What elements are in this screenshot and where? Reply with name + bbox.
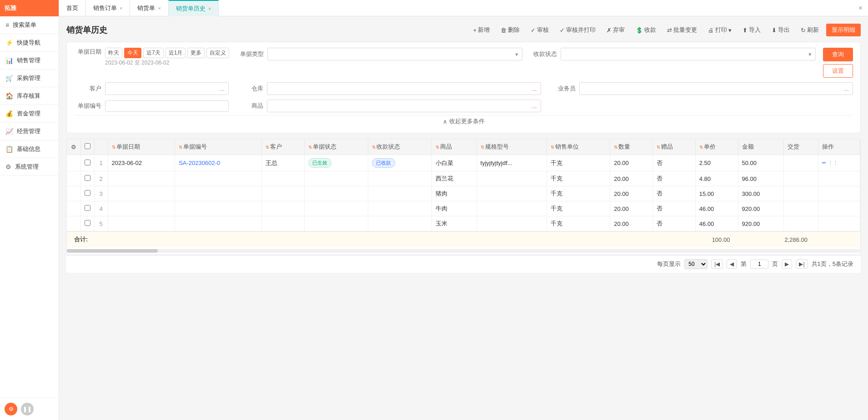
row-checkbox[interactable] — [85, 175, 90, 181]
prev-page-btn[interactable]: ◀ — [727, 260, 737, 269]
sidebar-item-finance-mgmt[interactable]: 💰 资金管理 — [0, 105, 59, 123]
next-page-btn[interactable]: ▶ — [782, 260, 792, 269]
first-page-btn[interactable]: |◀ — [711, 260, 723, 269]
purchase-mgmt-icon: 🛒 — [5, 75, 13, 82]
warehouse-dots-icon[interactable]: ... — [532, 85, 537, 92]
date-7days-btn[interactable]: 近7天 — [143, 48, 164, 58]
doc-type-select[interactable]: ▾ — [267, 48, 522, 60]
tab-close-sales-order[interactable]: × — [120, 5, 122, 11]
warehouse-input[interactable]: ... — [267, 82, 541, 95]
cell-rownum: 5 — [94, 216, 108, 231]
show-detail-button[interactable]: 显示明细 — [826, 24, 861, 36]
query-button[interactable]: 查询 — [823, 48, 853, 61]
brand-logo: 拓雅 — [5, 4, 16, 12]
sidebar-item-inventory-calc[interactable]: 🏠 库存核算 — [0, 87, 59, 105]
customer-input[interactable]: ... — [105, 82, 229, 95]
page-number-input[interactable] — [750, 260, 768, 269]
date-yesterday-btn[interactable]: 昨天 — [105, 48, 122, 58]
action-more-btn[interactable]: ⋮⋮ — [828, 160, 838, 166]
tab-bar-close-btn[interactable]: × — [853, 4, 868, 12]
column-paystatus-th[interactable]: ⇅收款状态 — [368, 139, 431, 155]
sidebar-item-purchase-mgmt[interactable]: 🛒 采购管理 — [0, 70, 59, 87]
date-custom-btn[interactable]: 自定义 — [206, 48, 229, 58]
column-checkbox-th[interactable] — [80, 139, 94, 155]
sidebar-collapse-btn[interactable]: ❚❚ — [21, 403, 34, 415]
column-goods-th[interactable]: ⇅商品 — [431, 139, 477, 155]
scrollbar-thumb[interactable] — [67, 249, 158, 253]
sidebar-item-sales-mgmt[interactable]: 📊 销售管理 — [0, 52, 59, 70]
doc-no-input[interactable] — [105, 100, 229, 112]
date-more-btn[interactable]: 更多 — [187, 48, 205, 58]
date-1month-btn[interactable]: 近1月 — [166, 48, 186, 58]
sidebar-item-ops-mgmt[interactable]: 📈 经营管理 — [0, 123, 59, 140]
export-button[interactable]: ⬇ 导出 — [768, 24, 793, 36]
column-spec-th[interactable]: ⇅规格型号 — [477, 139, 547, 155]
add-button[interactable]: + 新增 — [469, 24, 493, 36]
column-unit-th[interactable]: ⇅销售单位 — [547, 139, 610, 155]
cell-docno[interactable]: SA-20230602-0 — [175, 155, 262, 171]
refresh-button[interactable]: ↻ 刷新 — [797, 24, 823, 36]
salesperson-dots-icon[interactable]: ... — [843, 85, 849, 92]
cell-actions — [818, 186, 860, 201]
column-price-th[interactable]: ⇅单价 — [695, 139, 738, 155]
audit-print-button[interactable]: ✓ 审核并打印 — [556, 24, 599, 36]
row-checkbox[interactable] — [85, 190, 90, 196]
column-gift-th[interactable]: ⇅赠品 — [653, 139, 696, 155]
summary-row: 合计: 100.00 2,286.00 — [67, 231, 860, 247]
tab-home[interactable]: 首页 — [59, 0, 86, 16]
cell-checkbox[interactable] — [80, 171, 94, 186]
sidebar-item-search-menu[interactable]: ≡ 搜索菜单 — [0, 16, 59, 34]
cell-checkbox[interactable] — [80, 216, 94, 231]
column-date-th[interactable]: ⇅单据日期 — [108, 139, 175, 155]
collect-button[interactable]: 💲 收款 — [632, 24, 660, 36]
sidebar-settings-btn[interactable]: ⚙ — [5, 403, 17, 415]
action-edit-btn[interactable]: ✏ — [822, 160, 826, 166]
cell-rownum: 3 — [94, 186, 108, 201]
batch-change-button[interactable]: ⇄ 批量变更 — [663, 24, 701, 36]
delete-button[interactable]: 🗑 删除 — [497, 24, 523, 36]
goods-dots-icon[interactable]: ... — [532, 102, 537, 110]
row-checkbox[interactable] — [85, 220, 90, 226]
print-button[interactable]: 🖨 打印 ▾ — [704, 24, 735, 36]
column-docstatus-th[interactable]: ⇅单据状态 — [305, 139, 368, 155]
date-today-btn[interactable]: 今天 — [124, 48, 141, 58]
column-customer-th[interactable]: ⇅客户 — [262, 139, 305, 155]
cell-checkbox[interactable] — [80, 155, 94, 171]
tab-sales-delivery[interactable]: 销货单 × — [130, 0, 168, 16]
column-settings-th[interactable]: ⚙ — [67, 139, 80, 155]
column-qty-th[interactable]: ⇅数量 — [610, 139, 653, 155]
cell-checkbox[interactable] — [80, 186, 94, 201]
cell-transaction — [783, 171, 818, 186]
page-size-select[interactable]: 50 100 200 — [684, 259, 707, 269]
column-docno-th[interactable]: ⇅单据编号 — [175, 139, 262, 155]
cell-gift: 否 — [653, 155, 696, 171]
tab-close-sales-delivery[interactable]: × — [158, 5, 161, 11]
collapse-filter-btn[interactable]: ∧ 收起更多条件 — [74, 115, 853, 127]
tab-sales-history[interactable]: 销货单历史 × — [169, 0, 219, 16]
data-table: ⚙ ⇅单据日期 ⇅单据编号 ⇅客户 ⇅单据状态 ⇅收款状态 ⇅商品 ⇅规格型号 … — [67, 139, 860, 231]
audit-button[interactable]: ✓ 审核 — [527, 24, 552, 36]
select-all-checkbox[interactable] — [85, 143, 90, 149]
abandon-icon: ✗ — [607, 27, 612, 34]
pay-status-select[interactable]: ▾ — [561, 48, 816, 60]
sidebar-item-quick-nav[interactable]: ⚡ 快捷导航 — [0, 34, 59, 52]
tab-sales-order[interactable]: 销售订单 × — [86, 0, 130, 16]
horizontal-scrollbar[interactable] — [67, 249, 860, 253]
salesperson-input[interactable]: ... — [579, 82, 853, 95]
customer-dots-icon[interactable]: ... — [219, 85, 225, 92]
filter-settings-button[interactable]: 设置 — [823, 64, 853, 78]
cell-checkbox[interactable] — [80, 201, 94, 216]
import-button[interactable]: ⬆ 导入 — [739, 24, 764, 36]
abandon-button[interactable]: ✗ 弃审 — [603, 24, 628, 36]
goods-input[interactable]: ... — [267, 100, 541, 112]
cell-price: 46.00 — [695, 201, 738, 216]
row-checkbox[interactable] — [85, 205, 90, 211]
tab-close-sales-history[interactable]: × — [208, 6, 211, 11]
last-page-btn[interactable]: ▶| — [796, 260, 808, 269]
cell-actions[interactable]: ✏⋮⋮ — [818, 155, 860, 171]
page-size-label: 每页显示 — [657, 260, 681, 268]
row-checkbox[interactable] — [85, 160, 90, 165]
doc-no-link[interactable]: SA-20230602-0 — [179, 160, 220, 166]
sidebar-item-sys-mgmt[interactable]: ⚙ 系统管理 — [0, 158, 59, 176]
sidebar-item-basic-info[interactable]: 📋 基础信息 — [0, 140, 59, 158]
